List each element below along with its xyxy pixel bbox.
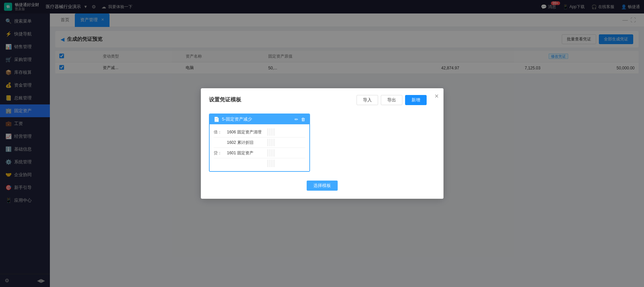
cell-2-2	[270, 139, 270, 146]
modal-toolbar: 导入 导出 新增	[357, 95, 427, 105]
cell-2-4	[274, 139, 274, 146]
account-1602: 1602 累计折旧	[227, 140, 268, 146]
cell-2-3	[272, 139, 272, 146]
account-1601: 1601 固定资产	[227, 150, 268, 156]
cell-4-4	[274, 160, 274, 167]
cell-1-1	[268, 128, 268, 136]
export-btn[interactable]: 导出	[381, 95, 402, 105]
cell-4-1	[268, 160, 268, 167]
template-header-right: ✏ 🗑	[295, 117, 305, 122]
account-1606: 1606 固定资产清理	[227, 129, 268, 135]
template-row-3: 贷： 1601 固定资产	[214, 148, 305, 158]
new-btn[interactable]: 新增	[405, 95, 427, 105]
modal-close-btn[interactable]: ✕	[434, 93, 439, 99]
cell-1-4	[274, 128, 274, 136]
cell-4-2	[270, 160, 270, 167]
choose-template-btn[interactable]: 选择模板	[307, 181, 338, 191]
cell-1-2	[270, 128, 270, 136]
modal-overlay[interactable]: 设置凭证模板 导入 导出 新增 ✕ 📄 5-固定资产减少 ✏ 🗑	[0, 0, 644, 287]
cell-3-3	[272, 149, 272, 157]
cell-3-2	[270, 149, 270, 157]
template-row-1: 借： 1606 固定资产清理	[214, 127, 305, 137]
cell-1-3	[272, 128, 272, 136]
template-card: 📄 5-固定资产减少 ✏ 🗑 借： 1606 固定资产清理	[209, 114, 310, 172]
cell-3-4	[274, 149, 274, 157]
template-body: 借： 1606 固定资产清理 1602 累计折旧	[210, 124, 309, 171]
template-card-header: 📄 5-固定资产减少 ✏ 🗑	[210, 114, 309, 124]
cell-4-3	[272, 160, 272, 167]
set-template-modal: 设置凭证模板 导入 导出 新增 ✕ 📄 5-固定资产减少 ✏ 🗑	[201, 88, 443, 199]
debit-label-1: 借：	[214, 129, 227, 135]
template-delete-icon[interactable]: 🗑	[301, 117, 305, 122]
template-edit-icon[interactable]: ✏	[295, 117, 298, 122]
template-doc-icon: 📄	[214, 117, 219, 122]
import-btn[interactable]: 导入	[357, 95, 378, 105]
cell-2-1	[268, 139, 268, 146]
credit-label: 贷：	[214, 150, 227, 156]
template-row-empty	[214, 158, 305, 168]
cell-3-1	[268, 149, 268, 157]
template-row-2: 1602 累计折旧	[214, 137, 305, 148]
template-header-left: 📄 5-固定资产减少	[214, 116, 252, 122]
template-name: 5-固定资产减少	[222, 116, 252, 122]
